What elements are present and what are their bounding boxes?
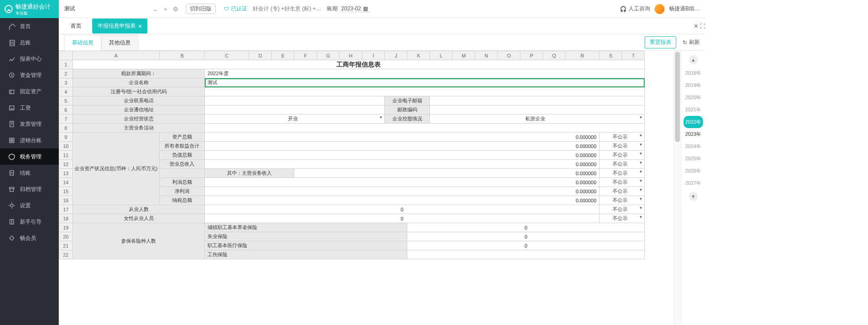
refresh-button[interactable]: ↻刷新 [683,38,700,46]
company-select[interactable]: 测试 [64,5,150,13]
field-label: 税款所属期间： [121,71,156,76]
year-2025年[interactable]: 2025年 [684,153,703,165]
verified-badge: 🛡已认证 [224,5,247,13]
dropdown[interactable]: 不公示▼ [613,143,627,148]
nav-label: 首页 [20,23,31,30]
chevron-down-icon: ▼ [639,134,642,138]
nav-label: 税务管理 [20,153,42,161]
switch-old-button[interactable]: 切到旧版 [186,4,216,14]
scrollbar-thumb[interactable] [675,52,680,142]
sidebar-item-ledger[interactable]: 总账 [0,34,59,51]
tab-home[interactable]: 首页 [64,19,88,33]
year-2019年[interactable]: 2019年 [684,79,703,91]
sidebar-item-asset[interactable]: 固定资产 [0,83,59,100]
tab-annual-report[interactable]: 年报信息申报表 × [92,19,147,33]
sub-tabs: 基础信息 其他信息 重置报表 ↻刷新 [59,34,705,51]
sidebar-item-home[interactable]: 首页 [0,18,59,34]
dropdown[interactable]: 不公示▼ [613,215,627,221]
refresh-icon: ↻ [683,39,687,46]
sidebar-item-vip[interactable]: 畅会员 [0,230,59,246]
dropdown[interactable]: 不公示▼ [613,188,627,194]
year-2020年[interactable]: 2020年 [684,91,703,104]
chevron-down-icon: ▼ [379,115,382,119]
chevron-down-icon: ▼ [639,206,642,210]
gear-icon[interactable]: ⚙ [173,5,179,13]
period-select[interactable]: 2023-02▦ [340,5,370,12]
report-icon [8,55,15,62]
sidebar-item-salary[interactable]: 工资 [0,100,59,116]
sidebar-item-stock[interactable]: 进销台账 [0,132,59,148]
nav-label: 新手引导 [20,218,42,226]
chevron-down-icon: ▼ [639,143,642,147]
vip-icon [8,234,15,242]
sidebar-item-tax[interactable]: 税务管理 [0,148,59,165]
chevron-down-icon[interactable]: ⌄ [153,5,158,13]
close-icon[interactable]: × [138,23,142,30]
field-label: 所有者权益合计 [165,143,199,148]
settings-icon [8,202,15,209]
field-label: 主营业务活动 [124,125,154,130]
tax-icon [8,153,15,160]
spreadsheet[interactable]: ABCDEFGHIJKLMNOPQRST1工商年报信息表2税款所属期间：2022… [59,51,674,325]
shield-icon: 🛡 [224,6,229,12]
salary-icon [8,104,15,111]
dropdown[interactable]: 不公示▼ [613,206,627,212]
ledger-icon [8,39,15,46]
sidebar-item-guide[interactable]: 新手引导 [0,214,59,230]
year-2023年[interactable]: 2023年 [684,128,703,140]
asset-icon [8,88,15,95]
field-label: 参保各险种人数 [121,238,156,244]
nav-label: 报表中心 [20,55,42,63]
nav-label: 设置 [20,202,31,210]
chevron-down-icon: ▼ [639,179,642,183]
year-2024年[interactable]: 2024年 [684,140,703,153]
support-link[interactable]: 🎧人工咨询 [620,5,650,13]
field-label: 纳税总额 [172,197,192,203]
fund-icon [8,72,15,79]
field-label: 城镇职工基本养老保险 [208,225,257,230]
year-down-icon[interactable]: ▼ [689,192,698,201]
add-icon[interactable]: + [164,5,167,13]
dropdown[interactable]: 不公示▼ [613,170,627,176]
sidebar-item-invoice[interactable]: 发票管理 [0,116,59,132]
dropdown[interactable]: 不公示▼ [613,152,627,158]
field-label: 职工基本医疗保险 [208,243,247,248]
dropdown[interactable]: 开业▼ [288,116,298,121]
year-2021年[interactable]: 2021年 [684,104,703,116]
nav-label: 资金管理 [20,72,42,79]
sidebar-item-report[interactable]: 报表中心 [0,51,59,67]
dropdown[interactable]: 不公示▼ [613,161,627,167]
archive-icon [8,186,15,193]
year-2022年[interactable]: 2022年 [684,116,703,128]
dropdown[interactable]: 不公示▼ [613,179,627,185]
field-label: 企业通信地址 [124,107,154,112]
sidebar-item-close[interactable]: 结账 [0,165,59,181]
cloud-icon: ☁ [5,5,13,13]
reset-button[interactable]: 重置报表 [645,36,676,48]
year-2018年[interactable]: 2018年 [684,67,703,79]
year-2027年[interactable]: 2027年 [684,177,703,189]
field-label: 营业总收入 [170,161,194,167]
nav-label: 畅会员 [20,234,36,242]
dropdown[interactable]: 私营企业▼ [525,116,545,121]
field-label: 企业资产状况信息(币种：人民币万元) [75,166,157,171]
dropdown[interactable]: 不公示▼ [613,197,627,203]
avatar[interactable] [655,4,665,14]
dropdown[interactable]: 不公示▼ [613,134,627,139]
subtab-other[interactable]: 其他信息 [101,35,138,51]
sidebar-item-settings[interactable]: 设置 [0,197,59,214]
field-label: 资产总额 [172,134,192,139]
year-2026年[interactable]: 2026年 [684,165,703,177]
scrollbar-vertical[interactable] [674,51,681,325]
field-label: 其中：主营业务收入 [227,170,272,176]
topbar: 测试 ⌄ + ⚙ 切到旧版 🛡已认证 好会计 (专) +好生意 (标) +… 账… [59,0,705,18]
sidebar-item-archive[interactable]: 归档管理 [0,181,59,197]
period-label: 账期 [327,5,338,13]
chevron-down-icon: ▼ [639,188,642,192]
chevron-down-icon: ▼ [639,115,642,119]
sidebar-item-fund[interactable]: 资金管理 [0,67,59,83]
year-up-icon[interactable]: ▲ [689,55,698,64]
subtab-basic[interactable]: 基础信息 [64,35,101,51]
expand-icon[interactable]: ⛶ [698,20,707,32]
user-name[interactable]: 畅捷通B组… [669,5,700,13]
